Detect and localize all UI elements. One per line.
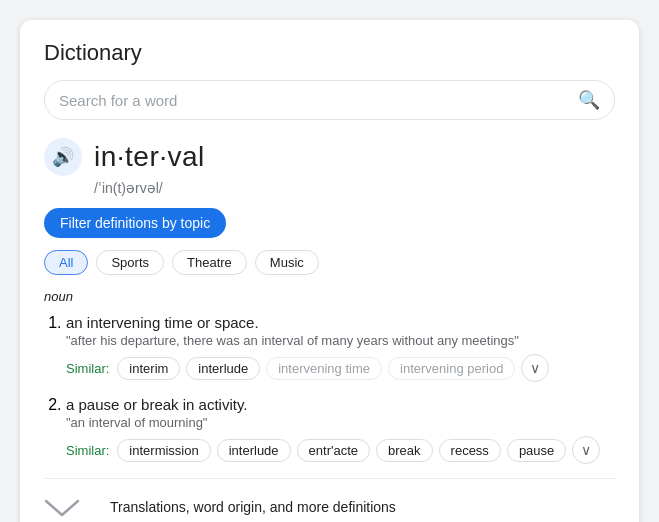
similar-chip-intermission[interactable]: intermission	[117, 439, 210, 462]
audio-button[interactable]: 🔊	[44, 138, 82, 176]
definitions-list: an intervening time or space. "after his…	[44, 314, 615, 464]
similar-row-1: Similar: interim interlude intervening t…	[66, 354, 615, 382]
similar-chip-break[interactable]: break	[376, 439, 433, 462]
def-example-2: "an interval of mourning"	[66, 415, 615, 430]
topic-chips: All Sports Theatre Music	[44, 250, 615, 275]
similar-label-1: Similar:	[66, 361, 109, 376]
search-icon[interactable]: 🔍	[578, 89, 600, 111]
translations-row[interactable]: Translations, word origin, and more defi…	[44, 489, 615, 522]
divider	[44, 478, 615, 479]
topic-chip-all[interactable]: All	[44, 250, 88, 275]
search-bar: 🔍	[44, 80, 615, 120]
def-example-1: "after his departure, there was an inter…	[66, 333, 615, 348]
expand-similar-1[interactable]: ∨	[521, 354, 549, 382]
similar-chip-interlude-2[interactable]: interlude	[217, 439, 291, 462]
translations-text: Translations, word origin, and more defi…	[110, 499, 396, 515]
filter-btn[interactable]: Filter definitions by topic	[44, 208, 226, 238]
similar-chip-intervening-period[interactable]: intervening period	[388, 357, 515, 380]
def-text-2: a pause or break in activity.	[66, 396, 615, 413]
def-text-1: an intervening time or space.	[66, 314, 615, 331]
similar-chip-intervening-time[interactable]: intervening time	[266, 357, 382, 380]
word-display: in·ter·val	[94, 141, 205, 173]
similar-chip-recess[interactable]: recess	[439, 439, 501, 462]
similar-chip-entracte[interactable]: entr'acte	[297, 439, 370, 462]
topic-chip-sports[interactable]: Sports	[96, 250, 164, 275]
phonetic: /ˈin(t)ərvəl/	[94, 180, 615, 196]
definition-item-1: an intervening time or space. "after his…	[66, 314, 615, 382]
pos-label: noun	[44, 289, 615, 304]
search-input[interactable]	[59, 92, 578, 109]
translations-arrow-icon	[44, 493, 94, 521]
similar-row-2: Similar: intermission interlude entr'act…	[66, 436, 615, 464]
similar-chip-pause[interactable]: pause	[507, 439, 566, 462]
dictionary-card: Dictionary 🔍 🔊 in·ter·val /ˈin(t)ərvəl/ …	[20, 20, 639, 522]
audio-icon: 🔊	[52, 146, 74, 168]
similar-chip-interim[interactable]: interim	[117, 357, 180, 380]
similar-chip-interlude-1[interactable]: interlude	[186, 357, 260, 380]
topic-chip-music[interactable]: Music	[255, 250, 319, 275]
expand-similar-2[interactable]: ∨	[572, 436, 600, 464]
definition-item-2: a pause or break in activity. "an interv…	[66, 396, 615, 464]
topic-chip-theatre[interactable]: Theatre	[172, 250, 247, 275]
similar-label-2: Similar:	[66, 443, 109, 458]
word-section: 🔊 in·ter·val	[44, 138, 615, 176]
page-title: Dictionary	[44, 40, 615, 66]
